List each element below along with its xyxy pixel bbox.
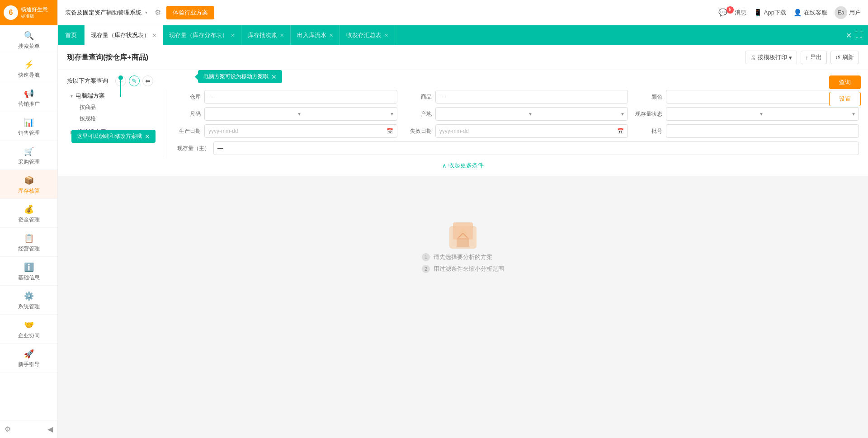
tab-close-inventory-status[interactable]: ✕ [152, 33, 156, 38]
tab-maximize-button[interactable]: ⛶ [855, 31, 863, 40]
topbar-gear-icon[interactable]: ⚙ [155, 8, 161, 17]
tab-inventory-status[interactable]: 现存量（库存状况表） ✕ [85, 25, 163, 45]
tab-receive-summary[interactable]: 收发存汇总表 ✕ [340, 25, 395, 45]
stock-status-input[interactable]: ▾ [666, 107, 859, 121]
page-actions: 🖨 按模板打印 ▾ ↑ 导出 ↺ 刷新 [745, 51, 859, 64]
filter-cell-stock-status: 现存量状态 ▾ [635, 107, 859, 121]
user-item[interactable]: Ea 用户 [835, 6, 861, 19]
finance-icon: 💰 [24, 204, 34, 214]
app-download-item[interactable]: 📱 App下载 [754, 9, 786, 17]
sidebar-footer: ⚙ ◀ [0, 420, 57, 438]
print-dropdown-icon: ▾ [789, 54, 792, 61]
chevron-up-icon: ∧ [442, 162, 447, 169]
filter-row-fields-1: 仓库 ··· 商品 ··· [174, 90, 859, 104]
collapse-filter-button[interactable]: ∧ 收起更多条件 [67, 159, 859, 172]
filter-fields-panel: 仓库 ··· 商品 ··· [166, 90, 859, 159]
sidebar-item-quick-nav[interactable]: ⚡ 快速导航 [0, 54, 57, 83]
content-area: 现存量查询(按仓库+商品) 🖨 按模板打印 ▾ ↑ 导出 ↺ 刷新 [58, 45, 868, 438]
tab-close-batch-ledger[interactable]: ✕ [280, 33, 284, 38]
tooltip-desktop-scheme: 电脑方案可设为移动方案哦 ✕ [198, 70, 282, 83]
calendar-icon-produce[interactable]: 📅 [387, 128, 393, 134]
sidebar-item-search[interactable]: 🔍 搜索菜单 [0, 25, 57, 54]
goods-input[interactable]: ··· [435, 90, 628, 104]
message-badge: 6 [726, 6, 734, 14]
settings-footer-icon[interactable]: ⚙ [5, 425, 11, 433]
sidebar-item-guide[interactable]: 🚀 新手引导 [0, 344, 57, 372]
scheme-desktop[interactable]: ▾ 电脑端方案 [67, 90, 160, 102]
export-button[interactable]: ↑ 导出 [801, 51, 827, 64]
industry-plan-button[interactable]: 体验行业方案 [166, 6, 214, 19]
logo-icon: 6 [4, 5, 18, 20]
empty-step-2: 2 用过滤条件来缩小分析范围 [422, 265, 504, 273]
online-service-item[interactable]: 👤 在线客服 [793, 9, 827, 17]
service-icon: 👤 [793, 9, 802, 17]
system-selector[interactable]: 装备及固定资产辅助管理系统 ▾ [65, 9, 147, 17]
page-header: 现存量查询(按仓库+商品) 🖨 按模板打印 ▾ ↑ 导出 ↺ 刷新 [58, 45, 868, 70]
filter-row-fields-2: 尺码 ▾ 产地 ▾ [174, 107, 859, 121]
enterprise-icon: 🤝 [24, 320, 34, 330]
size-input[interactable]: ▾ [204, 107, 397, 121]
scheme-tree-panel: ▾ 电脑端方案 按商品 按规格 ▶ 移动端方案 [67, 90, 166, 159]
stock-main-input[interactable]: — [213, 141, 859, 155]
tab-close-receive-summary[interactable]: ✕ [384, 33, 388, 38]
svg-rect-5 [457, 238, 469, 247]
tooltip2-close[interactable]: ✕ [145, 133, 150, 140]
scheme-by-goods[interactable]: 按商品 [76, 102, 160, 113]
tooltip1-close[interactable]: ✕ [271, 73, 277, 80]
topbar-right: 💬 6 消息 📱 App下载 👤 在线客服 Ea 用户 [718, 6, 861, 19]
produce-date-input[interactable]: yyyy-mm-dd 📅 [204, 124, 397, 138]
sidebar-item-inventory[interactable]: 📦 库存核算 [0, 170, 57, 199]
sidebar-item-enterprise[interactable]: 🤝 企业协同 [0, 315, 57, 344]
refresh-button[interactable]: ↺ 刷新 [830, 51, 859, 64]
system-name: 装备及固定资产辅助管理系统 [65, 9, 142, 17]
inventory-icon: 📦 [24, 175, 34, 185]
origin-input[interactable]: ▾ [435, 107, 628, 121]
warehouse-input[interactable]: ··· [204, 90, 397, 104]
sidebar-item-marketing[interactable]: 📢 营销推广 [0, 83, 57, 112]
topbar: 装备及固定资产辅助管理系统 ▾ ⚙ 体验行业方案 💬 6 消息 📱 App下载 … [58, 0, 868, 25]
sales-icon: 📊 [24, 118, 34, 127]
back-scheme-button[interactable]: ⬅ [142, 75, 153, 86]
basic-info-icon: ℹ️ [24, 262, 34, 272]
sidebar-item-purchase[interactable]: 🛒 采购管理 [0, 141, 57, 170]
filter-settings-button[interactable]: 设置 [829, 92, 861, 106]
tab-close-all-button[interactable]: ✕ [846, 31, 852, 40]
expire-date-input[interactable]: yyyy-mm-dd 📅 [435, 124, 628, 138]
tab-close-inventory-dist[interactable]: ✕ [231, 33, 235, 38]
filter-row-1: 按以下方案查询 + ✎ ⬅ 电脑方案可设为移动方案哦 ✕ [67, 75, 859, 86]
collapse-sidebar-icon[interactable]: ◀ [47, 425, 53, 433]
sidebar-item-finance[interactable]: 💰 资金管理 [0, 199, 57, 228]
batch-no-input[interactable] [666, 124, 859, 138]
empty-illustration [440, 212, 486, 253]
sidebar-item-sales[interactable]: 📊 销售管理 [0, 112, 57, 141]
filter-cell-produce-date: 生产日期 yyyy-mm-dd 📅 [174, 124, 397, 138]
avatar-text: Ea [838, 9, 844, 16]
edit-scheme-button[interactable]: ✎ [129, 75, 140, 86]
filter-cell-size: 尺码 ▾ [174, 107, 397, 121]
scheme-by-spec[interactable]: 按规格 [76, 113, 160, 124]
page-title: 现存量查询(按仓库+商品) [67, 53, 148, 62]
tab-close-inout-flow[interactable]: ✕ [329, 33, 333, 38]
search-button[interactable]: 查询 [829, 75, 861, 89]
tab-home[interactable]: 首页 [58, 25, 85, 45]
phone-icon: 📱 [754, 9, 762, 17]
sidebar-item-system[interactable]: ⚙️ 系统管理 [0, 286, 57, 315]
calendar-icon-expire[interactable]: 📅 [617, 128, 624, 134]
tab-inout-flow[interactable]: 出入库流水 ✕ [291, 25, 340, 45]
expire-date-label: 失效日期 [405, 127, 432, 135]
printer-icon: 🖨 [750, 54, 756, 61]
print-button[interactable]: 🖨 按模板打印 ▾ [745, 51, 797, 64]
search-nav-icon: 🔍 [24, 31, 34, 41]
size-label: 尺码 [174, 110, 201, 118]
refresh-icon: ↺ [835, 54, 840, 61]
message-label: 消息 [735, 9, 746, 17]
sidebar-nav: 🔍 搜索菜单 ⚡ 快速导航 📢 营销推广 📊 销售管理 🛒 采购管理 📦 库存核… [0, 25, 57, 420]
filter-cell-goods: 商品 ··· [405, 90, 628, 104]
sidebar-item-operations[interactable]: 📋 经营管理 [0, 228, 57, 257]
sidebar: 6 畅通好生意 标准版 🔍 搜索菜单 ⚡ 快速导航 📢 营销推广 📊 销售管理 … [0, 0, 58, 438]
avatar: Ea [835, 6, 847, 19]
message-item[interactable]: 💬 6 消息 [718, 8, 746, 17]
sidebar-item-basic-info[interactable]: ℹ️ 基础信息 [0, 257, 57, 286]
tab-batch-ledger[interactable]: 库存批次账 ✕ [241, 25, 291, 45]
tab-inventory-dist[interactable]: 现存量（库存分布表） ✕ [163, 25, 241, 45]
